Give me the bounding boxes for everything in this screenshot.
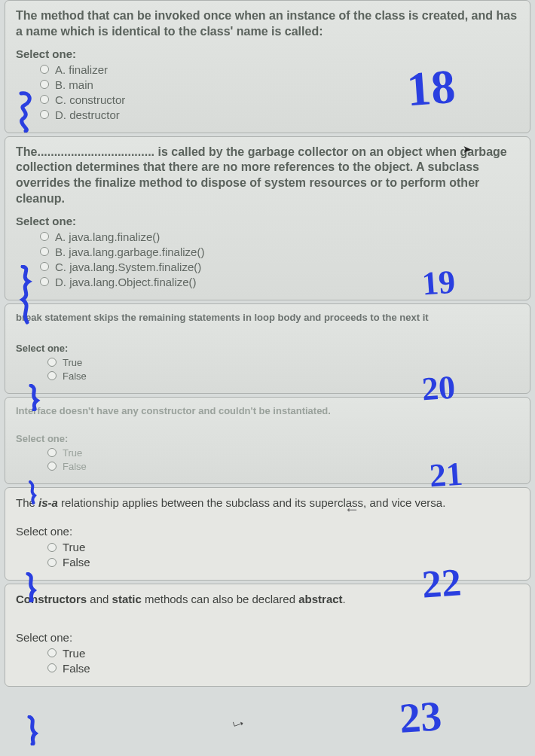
select-one-prompt: Select one:	[16, 631, 519, 644]
option-true[interactable]: True	[40, 541, 519, 553]
option-false[interactable]: False	[40, 461, 519, 472]
option-true[interactable]: True	[40, 447, 519, 459]
radio-icon	[47, 663, 57, 672]
radio-icon	[47, 358, 57, 367]
option-d[interactable]: D. destructor	[40, 108, 519, 121]
select-one-prompt: Select one:	[16, 433, 519, 444]
option-a[interactable]: A. finalizer	[40, 63, 519, 76]
options-list: True False	[16, 541, 519, 569]
option-true[interactable]: True	[40, 647, 519, 660]
question-21: Interface doesn't have any constructor a…	[5, 397, 530, 484]
option-true[interactable]: True	[40, 357, 519, 368]
radio-icon	[40, 95, 49, 104]
question-text: Constructors and static methods can also…	[16, 592, 519, 607]
select-one-prompt: Select one:	[16, 47, 519, 60]
select-one-prompt: Select one:	[16, 343, 519, 354]
radio-icon	[40, 277, 49, 286]
option-false[interactable]: False	[40, 662, 519, 675]
radio-icon	[40, 80, 49, 89]
option-c[interactable]: C. java.lang.System.finalize()	[40, 261, 519, 273]
question-text: The is-a relationship applies between th…	[16, 495, 519, 511]
option-a[interactable]: A. java.lang.finalize()	[40, 230, 519, 243]
radio-icon	[47, 558, 57, 567]
radio-icon	[47, 543, 57, 552]
option-b[interactable]: B. main	[40, 78, 519, 91]
radio-icon	[40, 247, 49, 256]
option-false[interactable]: False	[40, 556, 519, 569]
question-text: Interface doesn't have any constructor a…	[16, 405, 519, 418]
radio-icon	[47, 448, 57, 457]
radio-icon	[40, 65, 49, 74]
radio-icon	[47, 371, 57, 380]
question-text: break statement skips the remaining stat…	[16, 312, 519, 325]
question-20: break statement skips the remaining stat…	[5, 303, 530, 394]
option-false[interactable]: False	[40, 370, 519, 382]
question-18: The method that can be invoked once when…	[5, 0, 530, 133]
question-text: The method that can be invoked once when…	[16, 8, 519, 40]
cursor-icon: ➤	[463, 143, 472, 155]
radio-icon	[40, 262, 49, 271]
options-list: True False	[16, 357, 519, 382]
question-text: The................................... i…	[16, 145, 519, 207]
pen-scribble-icon	[23, 715, 42, 745]
question-19: The................................... i…	[5, 136, 530, 300]
radio-icon	[40, 232, 49, 241]
radio-icon	[40, 110, 49, 119]
option-d[interactable]: D. java.lang.Object.finalize()	[40, 276, 519, 288]
select-one-prompt: Select one:	[16, 525, 519, 538]
select-one-prompt: Select one:	[16, 215, 519, 227]
radio-icon	[47, 648, 57, 657]
options-list: True False	[16, 647, 519, 675]
question-22: The is-a relationship applies between th…	[5, 487, 530, 581]
question-23: Constructors and static methods can also…	[5, 584, 530, 687]
cursor-icon: ⭠	[347, 505, 357, 517]
options-list: A. java.lang.finalize() B. java.lang.gar…	[16, 230, 519, 288]
handwritten-annotation-23: 23	[398, 691, 443, 742]
option-b[interactable]: B. java.lang.garbage.finalize()	[40, 245, 519, 258]
radio-icon	[47, 462, 57, 471]
cursor-icon: ⮡	[232, 718, 246, 733]
options-list: A. finalizer B. main C. constructor D. d…	[16, 63, 519, 121]
options-list: True False	[16, 447, 519, 472]
option-c[interactable]: C. constructor	[40, 93, 519, 106]
